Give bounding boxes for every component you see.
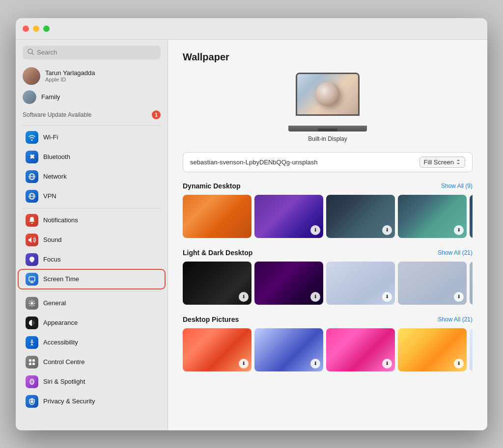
titlebar bbox=[16, 18, 487, 40]
sidebar-item-network[interactable]: Network bbox=[19, 167, 165, 186]
general-icon bbox=[26, 297, 38, 310]
sidebar-item-appearance[interactable]: Appearance bbox=[19, 314, 165, 332]
wallpaper-thumb-dd5[interactable] bbox=[470, 195, 473, 238]
wifi-icon bbox=[26, 131, 38, 144]
maximize-button[interactable] bbox=[43, 26, 50, 32]
wallpaper-thumb-dp1[interactable]: ⬇ bbox=[183, 328, 252, 371]
svg-rect-15 bbox=[32, 359, 35, 362]
search-icon bbox=[28, 48, 34, 57]
display-preview: Built-in Display bbox=[183, 73, 473, 142]
sidebar-item-software-update[interactable]: Software Update Available 1 bbox=[16, 106, 168, 123]
user-avatar bbox=[23, 67, 40, 85]
dynamic-desktop-grid: ⬇ ⬇ ⬇ bbox=[183, 195, 473, 238]
sidebar: Tarun Yarlagadda Apple ID Family Softwar… bbox=[16, 40, 168, 430]
wallpaper-thumb-ld2[interactable]: ⬇ bbox=[254, 262, 323, 305]
download-icon-ld2: ⬇ bbox=[310, 292, 320, 302]
sidebar-item-siri[interactable]: Siri & Spotlight bbox=[19, 372, 165, 391]
wallpaper-thumb-dp2[interactable]: ⬇ bbox=[254, 328, 323, 371]
notifications-icon bbox=[26, 214, 38, 227]
wallpaper-name-bar: sebastian-svenson-LpbyDENbQQg-unsplash F… bbox=[183, 152, 473, 172]
fill-select-arrows-icon bbox=[456, 158, 461, 165]
sidebar-item-general[interactable]: General bbox=[19, 294, 165, 313]
svg-rect-14 bbox=[29, 359, 31, 362]
user-info: Tarun Yarlagadda Apple ID bbox=[45, 69, 95, 82]
lightdark-show-all[interactable]: Show All (21) bbox=[438, 249, 473, 256]
sidebar-item-notifications[interactable]: Notifications bbox=[19, 211, 165, 230]
sidebar-item-accessibility[interactable]: Accessibility bbox=[19, 333, 165, 352]
sidebar-item-sound[interactable]: Sound bbox=[19, 231, 165, 249]
software-update-label: Software Update Available bbox=[23, 111, 92, 118]
laptop-base bbox=[288, 126, 367, 132]
screentime-icon bbox=[26, 273, 38, 286]
minimize-button[interactable] bbox=[33, 26, 39, 32]
wallpaper-thumb-dd4[interactable]: ⬇ bbox=[398, 195, 467, 238]
wallpaper-thumb-dp4[interactable]: ⬇ bbox=[398, 328, 467, 371]
desktop-pictures-header: Desktop Pictures Show All (21) bbox=[183, 316, 473, 323]
wallpaper-thumb-ld4[interactable]: ⬇ bbox=[398, 262, 467, 305]
laptop-screen-inner bbox=[297, 74, 358, 114]
sidebar-item-vpn[interactable]: VPN bbox=[19, 187, 165, 206]
svg-line-1 bbox=[32, 53, 34, 55]
sidebar-item-privacy-label: Privacy & Security bbox=[43, 397, 95, 405]
fill-screen-select[interactable]: Fill Screen bbox=[419, 157, 465, 168]
wallpaper-thumb-ld5[interactable] bbox=[470, 262, 473, 305]
sidebar-item-bluetooth[interactable]: ✖ Bluetooth bbox=[19, 148, 165, 166]
sidebar-item-family[interactable]: Family bbox=[16, 88, 168, 106]
sidebar-item-vpn-label: VPN bbox=[43, 192, 56, 200]
sidebar-item-sound-label: Sound bbox=[43, 236, 62, 243]
svg-rect-17 bbox=[32, 363, 35, 365]
wallpaper-thumb-dd3[interactable]: ⬇ bbox=[326, 195, 395, 238]
sidebar-item-wifi[interactable]: Wi-Fi bbox=[19, 128, 165, 147]
family-avatar bbox=[23, 90, 36, 104]
search-input[interactable] bbox=[37, 49, 156, 56]
software-update-badge: 1 bbox=[152, 110, 161, 119]
sidebar-item-bluetooth-label: Bluetooth bbox=[43, 153, 70, 160]
sidebar-item-accessibility-label: Accessibility bbox=[43, 339, 78, 346]
divider-1 bbox=[23, 125, 161, 126]
download-icon-ld4: ⬇ bbox=[454, 292, 464, 302]
svg-point-13 bbox=[31, 340, 33, 341]
desktop-pictures-grid: ⬇ ⬇ ⬇ ⬇ bbox=[183, 328, 473, 371]
sidebar-item-focus[interactable]: Focus bbox=[19, 250, 165, 269]
sidebar-item-control-centre[interactable]: Control Centre bbox=[19, 353, 165, 371]
main-content: Wallpaper Built-in Display seba bbox=[168, 40, 487, 430]
download-icon-dd2: ⬇ bbox=[310, 225, 320, 235]
desktop-pictures-show-all[interactable]: Show All (21) bbox=[438, 316, 473, 323]
sidebar-item-network-label: Network bbox=[43, 173, 67, 180]
accessibility-icon bbox=[26, 336, 38, 349]
download-icon-dp4: ⬇ bbox=[454, 359, 464, 369]
laptop-screen bbox=[296, 73, 360, 116]
sidebar-item-privacy[interactable]: Privacy & Security bbox=[19, 392, 165, 411]
sidebar-item-focus-label: Focus bbox=[43, 256, 60, 263]
wallpaper-thumb-dp3[interactable]: ⬇ bbox=[326, 328, 395, 371]
wallpaper-thumb-ld1[interactable]: ⬇ bbox=[183, 262, 252, 305]
wallpaper-thumb-dp5[interactable] bbox=[470, 328, 473, 371]
svg-rect-8 bbox=[29, 277, 35, 281]
download-icon-dp1: ⬇ bbox=[239, 359, 249, 369]
dynamic-desktop-header: Dynamic Desktop Show All (9) bbox=[183, 182, 473, 190]
laptop-base-notch bbox=[318, 129, 337, 132]
network-icon bbox=[26, 170, 38, 183]
wallpaper-thumb-dd2[interactable]: ⬇ bbox=[254, 195, 323, 238]
fill-option-label: Fill Screen bbox=[424, 158, 454, 166]
sidebar-item-screentime[interactable]: Screen Time bbox=[19, 270, 165, 289]
traffic-lights bbox=[23, 26, 50, 32]
wallpaper-thumb-ld3[interactable]: ⬇ bbox=[326, 262, 395, 305]
download-icon-ld1: ⬇ bbox=[239, 292, 249, 302]
lightdark-grid: ⬇ ⬇ ⬇ ⬇ bbox=[183, 262, 473, 305]
display-label: Built-in Display bbox=[308, 135, 347, 142]
wallpaper-thumb-dd1[interactable] bbox=[183, 195, 252, 238]
divider-3 bbox=[23, 291, 161, 291]
sidebar-item-notifications-label: Notifications bbox=[43, 216, 78, 224]
wallpaper-name-text: sebastian-svenson-LpbyDENbQQg-unsplash bbox=[190, 158, 414, 166]
close-button[interactable] bbox=[23, 26, 29, 32]
appearance-icon bbox=[26, 316, 38, 329]
search-container bbox=[16, 40, 168, 64]
privacy-icon bbox=[26, 395, 38, 408]
divider-2 bbox=[23, 208, 161, 209]
search-box[interactable] bbox=[23, 46, 161, 59]
sidebar-item-user-profile[interactable]: Tarun Yarlagadda Apple ID bbox=[16, 64, 168, 88]
dynamic-desktop-show-all[interactable]: Show All (9) bbox=[441, 183, 473, 189]
sidebar-item-screentime-label: Screen Time bbox=[43, 275, 79, 283]
sidebar-item-appearance-label: Appearance bbox=[43, 319, 78, 326]
